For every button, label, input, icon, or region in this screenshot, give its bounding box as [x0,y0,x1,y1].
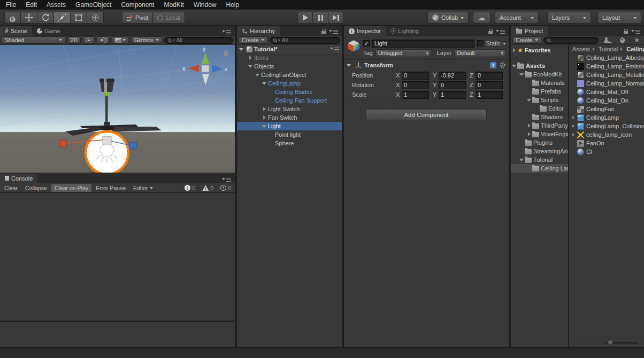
pivot-toggle-button[interactable]: Pivot [122,12,153,24]
scene-search-input[interactable]: All [164,37,233,44]
favorites-filter-button[interactable] [631,36,642,44]
hierarchy-item[interactable]: Sphere [237,139,342,147]
expand-arrow-icon[interactable] [512,63,517,69]
panel-menu-icon[interactable] [631,30,640,34]
menu-item[interactable]: Edit [21,0,42,10]
expand-arrow-icon[interactable] [571,73,577,76]
expand-arrow-icon[interactable] [571,90,577,94]
expand-arrow-icon[interactable] [527,132,532,136]
play-button[interactable] [297,12,313,24]
cloud-button[interactable] [473,12,490,24]
project-tree-item[interactable]: Editor [511,104,568,113]
error-count-toggle[interactable]: 0 [217,184,234,192]
hierarchy-item[interactable]: Objects [237,62,342,71]
expand-arrow-icon[interactable] [262,80,268,87]
info-count-toggle[interactable]: 0 [181,184,198,192]
asset-row[interactable]: CeilingLamp [569,113,644,122]
asset-row[interactable]: Ceiling_Lamp_Metallic [569,71,644,79]
expand-arrow-icon[interactable] [527,97,532,104]
expand-arrow-icon[interactable] [571,124,577,128]
expand-arrow-icon[interactable] [239,46,245,53]
expand-arrow-icon[interactable] [571,133,577,136]
x-value-field[interactable]: 0 [402,81,429,89]
project-tree-item[interactable]: VoxelEngine [511,130,568,138]
hierarchy-item[interactable]: Ceiling Blades [237,88,342,96]
lock-icon[interactable] [488,31,493,34]
account-dropdown[interactable]: Account [495,12,539,24]
x-value-field[interactable]: 0 [402,72,429,80]
gameobject-name-field[interactable]: Light [372,40,474,48]
expand-arrow-icon[interactable] [255,72,261,79]
hierarchy-item[interactable]: Fan Switch [237,113,342,122]
thumbnail-size-slider[interactable] [604,342,638,344]
project-tree-item[interactable]: EcoModKit [511,70,568,79]
project-tree-item[interactable]: Ceiling Lamp [511,164,568,173]
tab-game[interactable]: Game [32,26,65,36]
scene-lighting-toggle[interactable] [83,36,95,44]
project-tree-item[interactable]: Prefabs [511,87,568,96]
asset-row[interactable]: Ceiling_Mat_Off [569,88,644,96]
asset-row[interactable]: FanOn [569,139,644,147]
static-checkbox[interactable] [477,40,484,46]
scene-effects-dropdown[interactable] [112,36,129,44]
asset-row[interactable]: CeilingLamp_Collision [569,122,644,130]
local-toggle-button[interactable]: Local [153,12,185,24]
move-tool-button[interactable] [21,12,37,24]
breadcrumb-item[interactable]: Assets [572,46,590,52]
expand-arrow-icon[interactable] [262,123,268,130]
project-tree-item[interactable]: Tutorial [511,155,568,164]
tab-lighting[interactable]: Lighting [386,26,424,36]
panel-menu-icon[interactable] [329,30,338,34]
menu-item[interactable]: Window [189,0,221,10]
scene-menu-icon[interactable] [330,48,339,51]
expand-arrow-icon[interactable] [262,107,268,111]
console-toolbar-button[interactable]: Error Pause [93,184,129,192]
rect-tool-button[interactable] [71,12,87,24]
scale-gizmo-z-handle[interactable] [129,142,136,149]
project-tree-item[interactable]: Scripts [511,96,568,104]
hierarchy-scene-row[interactable]: Tutorial* [237,45,342,53]
tab-console[interactable]: Console [0,174,37,183]
tag-dropdown[interactable]: Untagged [375,49,431,57]
project-tree-item[interactable]: StreamingAssets [511,147,568,155]
breadcrumb-item[interactable]: Ceiling Lamp [618,46,644,52]
gizmos-dropdown[interactable]: Gizmos [131,36,162,44]
expand-arrow-icon[interactable] [262,115,268,120]
search-by-label-button[interactable] [616,36,628,44]
expand-arrow-icon[interactable] [571,107,577,111]
expand-arrow-icon[interactable] [248,56,254,60]
static-dropdown-caret[interactable] [503,43,506,46]
asset-row[interactable]: Ceiling_Lamp_Normal [569,79,644,88]
console-toolbar-button[interactable]: Collapse [22,184,50,192]
project-tree-item[interactable]: ThirdParty [511,121,568,130]
shading-mode-dropdown[interactable]: Shaded [2,36,65,44]
add-component-button[interactable]: Add Component [366,109,487,120]
scale-gizmo-x-handle[interactable] [59,140,66,147]
expand-arrow-icon[interactable] [248,63,254,70]
asset-row[interactable]: Ceiling_Lamp_Emissive [569,62,644,71]
console-toolbar-button[interactable]: Editor [130,184,156,192]
warning-count-toggle[interactable]: 0 [198,184,217,192]
expand-arrow-icon[interactable] [571,116,577,119]
menu-item[interactable]: Component [116,0,159,10]
scene-audio-toggle[interactable] [97,36,110,44]
asset-row[interactable]: CeilingFan [569,105,644,113]
z-value-field[interactable]: 0 [476,81,503,89]
menu-item[interactable]: ModKit [159,0,188,10]
project-tree-item[interactable]: Favorites [511,46,568,55]
tab-inspector[interactable]: Inspector [344,26,386,36]
lock-icon[interactable] [624,31,628,34]
tab-project[interactable]: Project [511,26,548,36]
expand-arrow-icon[interactable] [571,82,577,85]
hierarchy-item[interactable]: Point light [237,130,342,139]
gear-icon[interactable] [499,62,506,68]
hierarchy-search-input[interactable]: All [270,37,340,44]
expand-arrow-icon[interactable] [571,150,577,153]
asset-row[interactable]: celing_lamp_icon [569,130,644,139]
expand-arrow-icon[interactable] [527,123,532,128]
expand-arrow-icon[interactable] [571,142,577,145]
hierarchy-item[interactable]: CeilingFanObject [237,71,342,79]
hand-tool-button[interactable] [4,12,21,24]
menu-item[interactable]: Assets [42,0,71,10]
x-value-field[interactable]: 1 [402,91,429,99]
